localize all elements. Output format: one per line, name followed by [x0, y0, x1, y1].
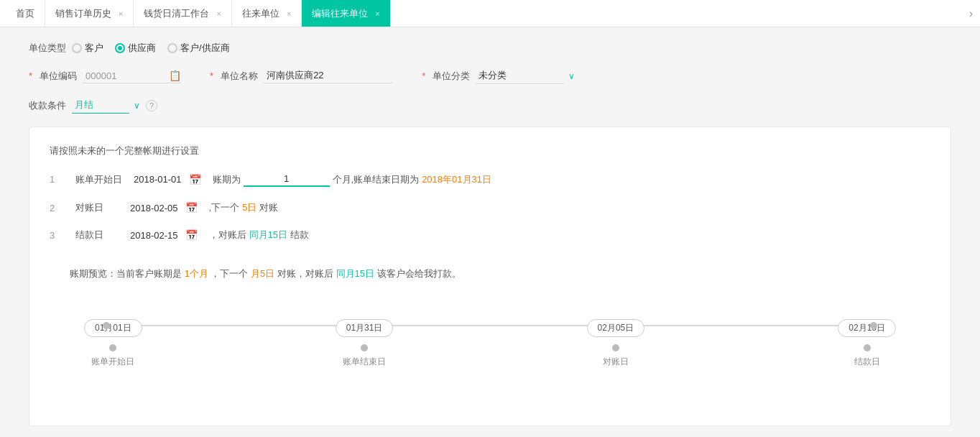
timeline-nodes-row: 01月01日 账单开始日 01月31日 账单结束日 02月05日: [84, 319, 896, 368]
row-2-suffix-post: 对账: [259, 201, 278, 214]
node-2-badge: 01月31日: [336, 319, 394, 337]
preview-text: 账期预览：当前客户账期是 1个月 ，下一个 月5日 对账，对账后 同月15日 该…: [70, 267, 910, 280]
unit-type-row: 单位类型 客户 供应商 客户/供应商: [29, 42, 951, 55]
tab-sales-history-close[interactable]: ×: [119, 9, 123, 18]
preview-part3: 同月15日: [336, 268, 374, 279]
tab-home-label: 首页: [16, 7, 34, 20]
radio-customer[interactable]: 客户: [72, 42, 103, 55]
tab-sales-history-label: 销售订单历史: [55, 7, 111, 20]
row-1-label: 账单开始日: [75, 173, 122, 186]
row-2-highlight: 5日: [242, 201, 256, 214]
main-content: 单位类型 客户 供应商 客户/供应商 * 单位编码: [0, 27, 980, 437]
tab-cash-work-close[interactable]: ×: [216, 9, 221, 18]
row-3-suffix: ，对账后 同月15日 结款: [209, 229, 309, 242]
payment-terms-arrow-icon[interactable]: ∨: [134, 101, 140, 111]
row-1-calendar-icon[interactable]: 📅: [189, 174, 201, 185]
node-3-dot: [612, 344, 619, 351]
setting-row-1: 1 账单开始日 2018-01-01 📅 账期为 个月,账单结束日期为 2018…: [50, 172, 930, 187]
tab-partner-unit-label: 往来单位: [242, 7, 279, 20]
preview-label: 账期预览：当前客户账期是: [70, 268, 182, 279]
row-1-suffix-pre: 账期为: [213, 173, 241, 186]
unit-classify-label: 单位分类: [433, 70, 470, 83]
setting-row-2: 2 对账日 2018-02-05 📅 ,下一个 5日 对账: [50, 201, 930, 214]
preview-part2-post: 对账，对账后: [277, 268, 333, 279]
radio-customer-supplier-circle: [167, 43, 177, 53]
unit-classify-star: *: [422, 70, 425, 81]
tab-edit-partner-label: 编辑往来单位: [312, 7, 368, 20]
settings-title: 请按照未来的一个完整帐期进行设置: [50, 144, 930, 157]
node-4-label: 结款日: [854, 356, 880, 368]
tab-partner-unit-close[interactable]: ×: [287, 9, 291, 18]
row-3-num: 3: [50, 230, 64, 241]
settings-box: 请按照未来的一个完整帐期进行设置 1 账单开始日 2018-01-01 📅 账期…: [29, 126, 951, 426]
radio-customer-supplier[interactable]: 客户/供应商: [167, 42, 230, 55]
payment-terms-label: 收款条件: [29, 99, 66, 112]
unit-name-label: 单位名称: [221, 70, 258, 83]
preview-part2: 月5日: [251, 268, 274, 279]
node-4-badge: 02月15日: [838, 319, 896, 337]
radio-supplier-label: 供应商: [128, 42, 156, 55]
tab-partner-unit[interactable]: 往来单位 ×: [232, 0, 302, 27]
node-4-dot: [864, 344, 871, 351]
row-2-label: 对账日: [75, 201, 119, 214]
unit-classify-arrow-icon[interactable]: ∨: [568, 71, 575, 81]
tab-cash-work-label: 钱货日清工作台: [144, 7, 209, 20]
unit-code-input[interactable]: [83, 69, 169, 83]
row-2-calendar-icon[interactable]: 📅: [185, 202, 198, 213]
node-2-label: 账单结束日: [343, 356, 386, 368]
payment-terms-dropdown[interactable]: 月结 ∨: [72, 97, 140, 114]
timeline-start-dot: [103, 322, 110, 329]
row-2-date: 2018-02-05: [130, 203, 178, 213]
timeline-node-1: 01月01日 账单开始日: [84, 319, 142, 368]
radio-supplier-circle: [115, 43, 125, 53]
timeline-node-4: 02月15日 结款日: [838, 319, 896, 368]
unit-code-icon[interactable]: 📋: [169, 70, 181, 81]
preview-part1: 1个月: [185, 268, 208, 279]
payment-terms-value: 月结: [72, 97, 129, 114]
setting-row-3: 3 结款日 2018-02-15 📅 ，对账后 同月15日 结款: [50, 229, 930, 242]
row-3-highlight: 同月15日: [249, 229, 287, 242]
timeline-end-dot: [870, 322, 877, 329]
tab-edit-partner[interactable]: 编辑往来单位 ×: [302, 0, 390, 27]
timeline-node-2: 01月31日 账单结束日: [336, 319, 394, 368]
row-1-end-date: 2018年01月31日: [422, 173, 491, 186]
payment-terms-help-icon[interactable]: ?: [146, 100, 157, 111]
preview-part2-pre: ，下一个: [211, 268, 248, 279]
unit-type-field: 单位类型 客户 供应商 客户/供应商: [29, 42, 230, 55]
payment-terms-row: 收款条件 月结 ∨ ?: [29, 97, 951, 114]
unit-classify-field: * 单位分类 未分类 ∨: [422, 68, 575, 84]
row-1-date-wrap: 2018-01-01 📅: [134, 174, 201, 185]
unit-type-radio-group: 客户 供应商 客户/供应商: [72, 42, 230, 55]
node-3-badge: 02月05日: [587, 319, 645, 337]
unit-name-input[interactable]: [264, 69, 393, 83]
tab-expand-button[interactable]: ›: [962, 0, 980, 27]
row-3-calendar-icon[interactable]: 📅: [185, 229, 198, 241]
payment-terms-field: 收款条件 月结 ∨ ?: [29, 97, 157, 114]
tab-home[interactable]: 首页: [6, 0, 45, 27]
unit-type-label: 单位类型: [29, 42, 66, 55]
unit-code-star: *: [29, 70, 32, 81]
row-1-num: 1: [50, 174, 64, 185]
unit-code-label: 单位编码: [40, 70, 77, 83]
unit-name-field: * 单位名称: [210, 69, 393, 83]
tab-sales-history[interactable]: 销售订单历史 ×: [45, 0, 134, 27]
tab-edit-partner-close[interactable]: ×: [375, 9, 379, 18]
unit-classify-value: 未分类: [476, 68, 564, 84]
radio-supplier[interactable]: 供应商: [115, 42, 156, 55]
tab-cash-work[interactable]: 钱货日清工作台 ×: [134, 0, 231, 27]
row-3-suffix-pre: ，对账后: [209, 229, 246, 242]
row-2-suffix-pre: ,下一个: [209, 201, 240, 214]
period-input[interactable]: [244, 172, 330, 187]
preview-suffix: 该客户会给我打款。: [377, 268, 461, 279]
row-3-date-wrap: 2018-02-15 📅: [130, 229, 198, 241]
unit-info-row: * 单位编码 📋 * 单位名称 * 单位分类 未分类 ∨: [29, 68, 951, 84]
preview-section: 账期预览：当前客户账期是 1个月 ，下一个 月5日 对账，对账后 同月15日 该…: [50, 256, 930, 408]
row-2-date-wrap: 2018-02-05 📅: [130, 202, 198, 213]
unit-code-field: * 单位编码 📋: [29, 69, 181, 83]
row-3-date: 2018-02-15: [130, 230, 178, 241]
node-2-dot: [361, 344, 368, 351]
node-3-label: 对账日: [603, 356, 629, 368]
unit-classify-dropdown[interactable]: 未分类 ∨: [476, 68, 575, 84]
timeline: 01月01日 账单开始日 01月31日 账单结束日 02月05日: [70, 298, 910, 397]
row-1-date: 2018-01-01: [134, 174, 182, 185]
